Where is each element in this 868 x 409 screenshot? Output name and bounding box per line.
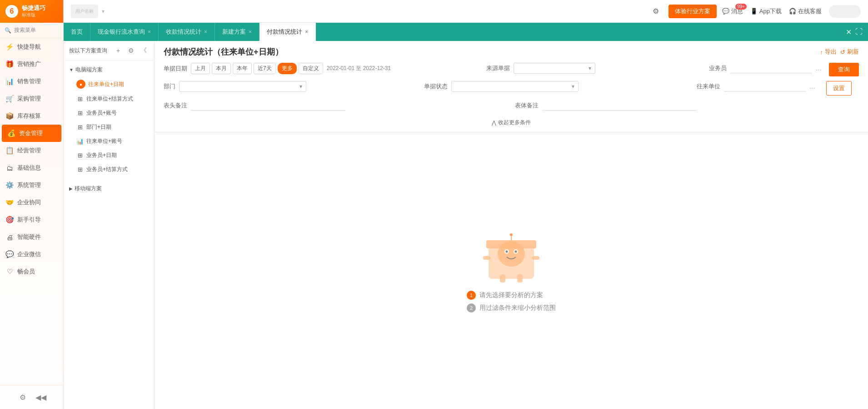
body-note-input[interactable]	[542, 100, 697, 111]
staff-dots[interactable]: ...	[816, 64, 822, 72]
date-btns: 上月 本月 本年 近7天 更多 自定义 2022-01-01 至 2022-12…	[191, 63, 391, 74]
content-area: 按以下方案查询 + ⚙ 《 ▼ 电脑端方案 ● 往来单位+日期 ⊞ 往来单位+结…	[64, 41, 868, 409]
source-select[interactable]: ▾	[514, 63, 595, 74]
sidebar-item-basic[interactable]: 🗂 基础信息	[0, 159, 63, 177]
left-panel-collapse-btn[interactable]: 《	[139, 45, 149, 56]
date-btn-last7[interactable]: 近7天	[254, 63, 276, 74]
sidebar: 6 畅捷通巧 标准版 🔍 搜索菜单 ⚡ 快捷导航 🎁 营销推广 📊 销售管理 🛒…	[0, 0, 64, 409]
hint-num-1: 1	[467, 291, 476, 300]
sidebar-item-coop[interactable]: 🤝 企业协同	[0, 194, 63, 211]
header-note-input[interactable]	[191, 100, 345, 111]
date-btn-current-year[interactable]: 本年	[233, 63, 252, 74]
left-panel-add-btn[interactable]: +	[113, 45, 123, 56]
scheme-section-mobile-header[interactable]: ▶ 移动端方案	[64, 182, 154, 195]
sidebar-settings-btn[interactable]: ⚙	[15, 389, 31, 405]
date-btn-last-month[interactable]: 上月	[191, 63, 210, 74]
date-btn-more[interactable]: 更多	[278, 63, 297, 74]
scheme-item-staff-account[interactable]: ⊞ 业务员+账号	[64, 106, 154, 120]
tab-expand-btn[interactable]: ⛶	[855, 28, 863, 36]
marketing-icon: 🎁	[5, 60, 14, 68]
header-right: 💬 消息 99+ 📱 App下载 🎧 在线客服	[722, 5, 861, 18]
tab-bank[interactable]: 现金银行流水查询 ×	[90, 23, 159, 41]
sales-icon: 📊	[5, 77, 14, 86]
scheme-section-desktop-header[interactable]: ▼ 电脑端方案	[64, 63, 154, 76]
scheme-section-mobile: ▶ 移动端方案	[64, 179, 154, 198]
wechat-icon: 💬	[5, 250, 14, 258]
sidebar-item-operation[interactable]: 📋 经营管理	[0, 142, 63, 159]
source-label: 来源单据	[486, 64, 510, 72]
svg-point-6	[515, 251, 517, 253]
scheme-item-unit-account[interactable]: 📊 往来单位+账号	[64, 134, 154, 148]
mobile-section-arrow: ▶	[69, 186, 73, 191]
tab-payment[interactable]: 付款情况统计 ×	[259, 23, 316, 41]
tab-bank-label: 现金银行流水查询	[98, 28, 145, 36]
date-range-display: 2022-01-01 至 2022-12-31	[327, 65, 391, 72]
sidebar-item-guide[interactable]: 🎯 新手引导	[0, 211, 63, 228]
refresh-btn[interactable]: ↺ 刷新	[840, 48, 859, 56]
sidebar-item-hardware[interactable]: 🖨 智能硬件	[0, 228, 63, 246]
sidebar-item-inventory[interactable]: 📦 库存核算	[0, 107, 63, 125]
sidebar-collapse-btn[interactable]: ◀◀	[33, 389, 49, 405]
date-btn-custom[interactable]: 自定义	[299, 63, 323, 74]
trial-btn[interactable]: 体验行业方案	[668, 5, 717, 18]
query-btn[interactable]: 查询	[829, 63, 859, 76]
app-download-btn[interactable]: 📱 App下载	[750, 7, 782, 15]
voucher-status-select[interactable]: ▾	[451, 81, 579, 92]
scheme-item-staff-date[interactable]: ⊞ 业务员+日期	[64, 148, 154, 162]
search-icon: 🔍	[5, 27, 11, 34]
user-avatar[interactable]	[829, 5, 861, 18]
dept-select-arrow: ▾	[299, 83, 302, 90]
filter-row-3: 表头备注 表体备注	[164, 100, 859, 111]
sidebar-label-coop: 企业协同	[17, 198, 41, 207]
staff-input[interactable]	[730, 63, 812, 73]
sidebar-label-quicknav: 快捷导航	[17, 43, 41, 51]
sidebar-item-system[interactable]: ⚙️ 系统管理	[0, 177, 63, 194]
scheme-item-staff-settle[interactable]: ⊞ 业务员+结算方式	[64, 162, 154, 177]
export-label: 导出	[825, 48, 837, 56]
svg-rect-9	[483, 256, 490, 260]
online-service-btn[interactable]: 🎧 在线客服	[789, 7, 822, 15]
tab-bank-close[interactable]: ×	[148, 29, 151, 35]
settings-btn[interactable]: 设置	[826, 81, 852, 96]
sidebar-item-purchase[interactable]: 🛒 采购管理	[0, 90, 63, 107]
sidebar-item-sales[interactable]: 📊 销售管理	[0, 73, 63, 90]
counterpart-dots[interactable]: ...	[809, 82, 815, 91]
counterpart-input[interactable]	[724, 81, 806, 91]
export-btn[interactable]: ↑ 导出	[820, 48, 837, 56]
header-gear-btn[interactable]: ⚙	[649, 4, 663, 19]
scheme-section-desktop: ▼ 电脑端方案 ● 往来单位+日期 ⊞ 往来单位+结算方式 ⊞ 业务员+账号 ⊞	[64, 61, 154, 179]
header-note-label: 表头备注	[164, 101, 187, 110]
sidebar-item-capital[interactable]: 💰 资金管理	[2, 125, 61, 142]
sidebar-item-vip[interactable]: ♡ 畅会员	[0, 263, 63, 280]
scheme-item-dept-date[interactable]: ⊞ 部门+日期	[64, 120, 154, 134]
tab-home[interactable]: 首页	[64, 23, 90, 41]
tab-receipt-close[interactable]: ×	[204, 29, 207, 35]
sidebar-search[interactable]: 🔍 搜索菜单	[0, 23, 63, 38]
filter-row-2: 部门 ▾ 单据状态 ▾	[164, 81, 859, 96]
staff-filter-item: 业务员 ...	[709, 63, 822, 73]
tab-receipt[interactable]: 收款情况统计 ×	[159, 23, 215, 41]
sidebar-item-marketing[interactable]: 🎁 营销推广	[0, 56, 63, 73]
sidebar-item-quicknav[interactable]: ⚡ 快捷导航	[0, 38, 63, 56]
voucher-status-label: 单据状态	[424, 82, 448, 91]
tab-new-scheme-close[interactable]: ×	[249, 29, 252, 35]
online-service-label: 在线客服	[798, 7, 822, 15]
dept-select[interactable]: ▾	[179, 81, 306, 92]
svg-rect-12	[517, 274, 523, 283]
left-panel-header: 按以下方案查询 + ⚙ 《	[64, 41, 154, 61]
tab-payment-close[interactable]: ×	[305, 29, 308, 35]
date-btn-current-month[interactable]: 本月	[212, 63, 231, 74]
sidebar-label-capital: 资金管理	[19, 129, 43, 137]
messages-badge: 99+	[735, 4, 747, 10]
collapse-label: 收起更多条件	[498, 119, 531, 126]
sidebar-item-wechat[interactable]: 💬 企业微信	[0, 246, 63, 263]
messages-btn[interactable]: 💬 消息 99+	[722, 7, 743, 15]
tab-new-scheme[interactable]: 新建方案 ×	[215, 23, 259, 41]
tab-close-all-btn[interactable]: ✕	[846, 28, 852, 36]
table-icon-5: ⊞	[76, 166, 84, 173]
scheme-item-unit-date[interactable]: ● 往来单位+日期	[64, 76, 154, 92]
filter-row-1: 单据日期 上月 本月 本年 近7天 更多 自定义 2022-01-01 至 20…	[164, 63, 859, 76]
left-panel-settings-btn[interactable]: ⚙	[126, 45, 136, 56]
scheme-item-unit-settle[interactable]: ⊞ 往来单位+结算方式	[64, 92, 154, 106]
collapse-btn[interactable]: ⋀ 收起更多条件	[164, 115, 859, 126]
